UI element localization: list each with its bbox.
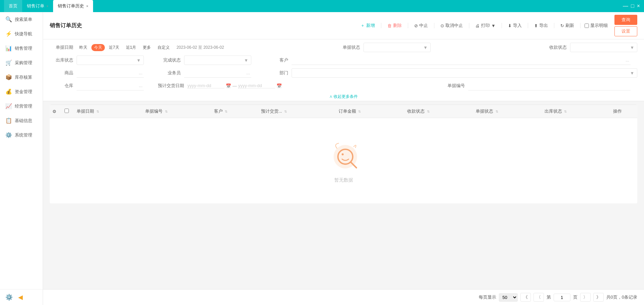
tab-sales-order-history[interactable]: 销售订单历史 × [53,0,93,12]
first-page-btn[interactable]: 《 [520,293,531,302]
col-date[interactable]: 单据日期 ⇅ [74,105,142,118]
col-date-sort-icon: ⇅ [96,110,99,113]
sidebar-collapse-icon[interactable]: ◀ [18,294,23,301]
close-sales-order-tab[interactable]: × [46,4,48,8]
refresh-icon: ↻ [560,23,564,28]
close-sales-order-history-tab[interactable]: × [86,4,88,8]
date-7days[interactable]: 近7天 [106,44,122,51]
tab-home[interactable]: 首页 [4,0,22,12]
display-check-label[interactable]: 显示明细 [585,23,608,29]
select-all-checkbox[interactable] [65,109,69,113]
col-order-no[interactable]: 单据编号 ⇅ [142,105,211,118]
import-button[interactable]: ⬇ 导入 [506,22,524,29]
order-num-input[interactable] [470,83,629,88]
complete-select[interactable]: ▼ [184,55,251,65]
customer-input[interactable] [293,58,624,63]
sidebar-item-operations-label: 经营管理 [15,103,32,109]
print-arrow-icon: ▼ [491,23,496,28]
page-header: 销售订单历史 ＋ 新增 🗑 删除 ⊘ 中止 ⊙ [43,12,644,39]
sidebar-item-basic-info[interactable]: 📋 基础信息 [0,113,43,128]
product-input[interactable] [78,70,137,75]
delete-icon: 🗑 [387,23,392,28]
sidebar-item-sales[interactable]: 📊 销售管理 [0,41,43,55]
sidebar-item-quick-nav[interactable]: ⚡ 快捷导航 [0,27,43,41]
last-page-btn[interactable]: 》 [593,293,604,302]
sidebar-item-purchase-label: 采购管理 [15,60,32,66]
warehouse-input[interactable] [78,83,137,88]
outbound-select[interactable]: ▼ [77,55,144,65]
col-settings[interactable]: ⚙ [50,105,62,118]
col-receipt-status[interactable]: 收款状态 ⇅ [404,105,473,118]
col-delivery-date[interactable]: 预计交货... ⇅ [258,105,336,118]
print-button[interactable]: 🖨 打印 ▼ [473,22,498,29]
dept-select[interactable]: ▼ [292,68,637,78]
customer-ellipsis[interactable]: ... [626,58,629,63]
col-order-no-sort-icon: ⇅ [165,110,168,113]
tab-home-label: 首页 [9,3,17,9]
filter-area: 单据日期 昨天 今天 近7天 近1月 更多 自定义 2023-06-02 至 2… [43,39,644,101]
import-label: 导入 [513,23,522,29]
sidebar-item-operations[interactable]: 📈 经营管理 [0,99,43,113]
prev-page-btn[interactable]: 〈 [533,293,544,302]
refresh-button[interactable]: ↻ 刷新 [558,22,576,29]
new-icon: ＋ [360,23,365,29]
receipt-select[interactable]: ▼ [570,43,637,52]
product-ellipsis[interactable]: ... [139,70,142,75]
sidebar-item-finance[interactable]: 💰 资金管理 [0,84,43,99]
collapse-bar[interactable]: ∧ 收起更多条件 [50,94,637,100]
customer-field[interactable]: ... [292,55,631,65]
sidebar-item-search[interactable]: 🔍 搜索菜单 [0,12,43,27]
col-receipt-status-sort-icon: ⇅ [427,110,430,113]
sidebar-item-system[interactable]: ⚙️ 系统管理 [0,128,43,142]
print-label: 打印 [481,23,490,29]
sidebar-item-purchase[interactable]: 🛒 采购管理 [0,55,43,70]
date-1month[interactable]: 近1月 [123,44,139,51]
delete-button[interactable]: 🗑 删除 [385,22,404,29]
status-select[interactable]: ▼ [363,43,431,52]
cancel-stop-button[interactable]: ⊙ 取消中止 [438,22,465,29]
stop-button[interactable]: ⊘ 中止 [412,22,430,29]
col-doc-status[interactable]: 单据状态 ⇅ [473,105,542,118]
product-field[interactable]: ... [77,68,144,78]
maximize-btn[interactable]: □ [631,3,634,9]
calendar-to-icon[interactable]: 📅 [276,83,282,88]
settings-button[interactable]: 设置 [614,26,637,36]
salesman-input[interactable] [185,70,245,75]
date-today[interactable]: 今天 [91,44,105,51]
next-page-btn[interactable]: 〉 [580,293,591,302]
col-delivery-date-label: 预计交货... [261,109,282,114]
order-num-field[interactable] [468,81,631,90]
sidebar-item-sales-label: 销售管理 [15,45,32,51]
export-button[interactable]: ⬆ 导出 [532,22,550,29]
salesman-field[interactable]: ... [184,68,251,78]
col-customer[interactable]: 客户 ⇅ [211,105,258,118]
query-button[interactable]: 查询 [614,15,637,25]
date-yesterday[interactable]: 昨天 [77,44,90,51]
date-more[interactable]: 更多 [140,44,154,51]
col-amount[interactable]: 订单金额 ⇅ [336,105,404,118]
tab-sales-order[interactable]: 销售订单 × [22,0,53,12]
page-size-select[interactable]: 50 10 20 100 [499,293,518,302]
minimize-btn[interactable]: — [623,3,628,9]
toolbar: ＋ 新增 🗑 删除 ⊘ 中止 ⊙ 取消中止 [358,15,637,36]
col-checkbox[interactable] [62,105,74,118]
sidebar-item-inventory[interactable]: 📦 库存核算 [0,70,43,84]
table-body: 暂无数据 [50,118,637,204]
new-button[interactable]: ＋ 新增 [358,22,377,29]
warehouse-field[interactable]: ... [77,81,144,90]
page-number-input[interactable] [554,294,570,301]
sidebar-item-quick-nav-label: 快捷导航 [15,31,32,37]
sidebar-item-system-label: 系统管理 [15,132,32,138]
delivery-date-to[interactable] [238,83,275,88]
close-window-btn[interactable]: × [637,3,640,9]
calendar-from-icon[interactable]: 📅 [226,83,231,88]
display-check-input[interactable] [585,24,589,28]
col-outbound-status[interactable]: 出库状态 ⇅ [542,105,610,118]
col-date-label: 单据日期 [77,109,94,114]
delivery-date-from[interactable] [187,83,224,88]
col-customer-label: 客户 [214,109,223,114]
warehouse-ellipsis[interactable]: ... [139,83,142,88]
salesman-ellipsis[interactable]: ... [246,70,250,75]
sidebar-settings-icon[interactable]: ⚙️ [5,294,13,301]
date-custom[interactable]: 自定义 [155,44,172,51]
